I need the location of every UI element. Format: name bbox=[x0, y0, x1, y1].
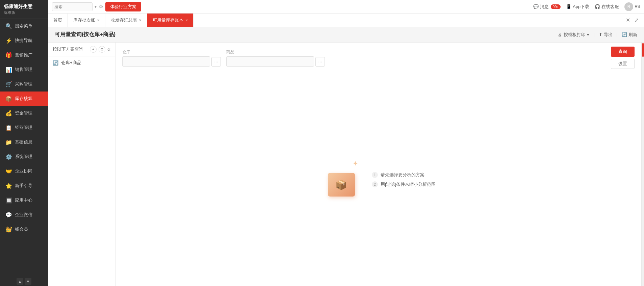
sidebar-item-label: 采购管理 bbox=[15, 81, 32, 87]
sidebar-item-marketing[interactable]: 🎁 营销推广 bbox=[0, 48, 48, 62]
chevron-down-icon[interactable]: ▾ bbox=[95, 4, 97, 9]
sidebar-item-corp[interactable]: 🤝 企业协同 bbox=[0, 164, 48, 179]
print-button[interactable]: 🖨 按模板打印 ▾ bbox=[558, 32, 589, 38]
sidebar-item-sales[interactable]: 📊 销售管理 bbox=[0, 62, 48, 77]
print-icon: 🖨 bbox=[558, 32, 562, 37]
sidebar-menu: 🔍 搜索菜单 ⚡ 快捷导航 🎁 营销推广 📊 销售管理 🛒 采购管理 📦 库存核… bbox=[0, 19, 48, 277]
goods-input[interactable] bbox=[226, 56, 314, 67]
sidebar-item-basic[interactable]: 📁 基础信息 bbox=[0, 135, 48, 150]
message-button[interactable]: 💬 消息 99+ bbox=[533, 4, 561, 10]
filter-header-actions: + ⚙ « bbox=[90, 46, 110, 53]
sidebar-item-member[interactable]: 👑 畅会员 bbox=[0, 222, 48, 237]
divider1: | bbox=[593, 32, 594, 37]
export-button[interactable]: ⬆ 导出 bbox=[599, 32, 613, 38]
basic-icon: 📁 bbox=[5, 139, 12, 146]
warehouse-label: 仓库 bbox=[122, 49, 221, 55]
sidebar-item-newbie[interactable]: 🌟 新手引导 bbox=[0, 179, 48, 193]
headset-icon: 🎧 bbox=[595, 4, 600, 9]
filter-item-label: 仓库+商品 bbox=[61, 60, 81, 66]
sidebar-item-finance[interactable]: 💰 资金管理 bbox=[0, 106, 48, 121]
sidebar-item-label: 快捷导航 bbox=[15, 37, 32, 44]
sidebar-item-operations[interactable]: 📋 经营管理 bbox=[0, 121, 48, 135]
online-service-button[interactable]: 🎧 在线客服 bbox=[595, 4, 619, 10]
filter-header-label: 按以下方案查询 bbox=[53, 46, 83, 52]
page-header-actions: 🖨 按模板打印 ▾ | ⬆ 导出 | 🔄 刷新 bbox=[558, 32, 637, 38]
sidebar-item-search[interactable]: 🔍 搜索菜单 bbox=[0, 19, 48, 33]
scroll-down-button[interactable]: ▼ bbox=[25, 278, 31, 285]
hint-num-2: 2 bbox=[372, 181, 378, 187]
page-title: 可用量查询(按仓库+商品) bbox=[55, 31, 115, 38]
sidebar-item-appstore[interactable]: 🔲 应用中心 bbox=[0, 193, 48, 208]
sidebar-scroll-controls: ▲ ▼ bbox=[0, 277, 48, 286]
app-title: 畅康通好生意 bbox=[4, 3, 44, 10]
tab-available-ledger[interactable]: 可用量库存账本 × bbox=[147, 14, 194, 27]
sidebar: 畅康通好生意 标准版 🔍 搜索菜单 ⚡ 快捷导航 🎁 营销推广 📊 销售管理 🛒… bbox=[0, 0, 48, 286]
filter-collapse-button[interactable]: « bbox=[107, 46, 110, 52]
filter-settings-button[interactable]: ⚙ bbox=[99, 46, 105, 53]
search-input[interactable] bbox=[52, 2, 93, 11]
tab-maximize-button[interactable]: ⤢ bbox=[633, 16, 640, 25]
finance-icon: 💰 bbox=[5, 110, 12, 116]
marketing-icon: 🎁 bbox=[5, 52, 12, 58]
trial-button[interactable]: 体验行业方案 bbox=[105, 2, 141, 11]
tab-available-ledger-close[interactable]: × bbox=[185, 18, 188, 22]
hint-text-1: 请先选择要分析的方案 bbox=[381, 172, 424, 178]
scroll-up-button[interactable]: ▲ bbox=[17, 278, 23, 285]
app-subtitle: 标准版 bbox=[4, 10, 44, 15]
sidebar-item-system[interactable]: ⚙️ 系统管理 bbox=[0, 150, 48, 164]
warehouse-more-button[interactable]: ··· bbox=[211, 57, 221, 67]
goods-more-button[interactable]: ··· bbox=[315, 57, 325, 67]
sidebar-item-label: 经营管理 bbox=[15, 125, 32, 131]
filter-panel: 按以下方案查询 + ⚙ « 🔄 仓库+商品 bbox=[48, 43, 115, 286]
box-face-icon: 📦 bbox=[335, 179, 347, 190]
sidebar-item-purchase[interactable]: 🛒 采购管理 bbox=[0, 77, 48, 92]
filter-item-warehouse-goods[interactable]: 🔄 仓库+商品 bbox=[48, 56, 115, 69]
sidebar-item-label: 企业协同 bbox=[15, 168, 32, 174]
hint-item-1: 1 请先选择要分析的方案 bbox=[372, 172, 436, 178]
query-fields-row: 仓库 ··· 商品 ··· 查询 设置 bbox=[115, 43, 641, 73]
tab-batch-accounts[interactable]: 库存批次账 × bbox=[68, 14, 105, 27]
refresh-button[interactable]: 🔄 刷新 bbox=[622, 32, 637, 38]
tab-home-label: 首页 bbox=[53, 17, 62, 23]
operations-icon: 📋 bbox=[5, 125, 12, 131]
query-settings-button[interactable]: 设置 bbox=[611, 59, 635, 69]
tab-receive-summary-close[interactable]: × bbox=[139, 18, 141, 22]
empty-state: ✦ 📦 1 请先选择要分析的方案 2 用[过滤]条件来缩小分析 bbox=[115, 73, 641, 286]
sidebar-item-label: 新手引导 bbox=[15, 183, 32, 189]
tab-close-button[interactable]: ✕ bbox=[624, 16, 632, 25]
tab-batch-accounts-close[interactable]: × bbox=[97, 18, 100, 22]
tab-home[interactable]: 首页 bbox=[48, 14, 68, 27]
tab-bar: 首页 库存批次账 × 收发存汇总表 × 可用量库存账本 × ✕ ⤢ bbox=[48, 14, 644, 27]
empty-state-content: ✦ 📦 1 请先选择要分析的方案 2 用[过滤]条件来缩小分析 bbox=[321, 159, 436, 200]
purchase-icon: 🛒 bbox=[5, 81, 12, 87]
filter-add-button[interactable]: + bbox=[90, 46, 97, 53]
sidebar-item-label: 基础信息 bbox=[15, 139, 32, 145]
query-area: 仓库 ··· 商品 ··· 查询 设置 bbox=[115, 43, 641, 286]
right-scrollbar[interactable] bbox=[641, 43, 644, 286]
inventory-icon: 📦 bbox=[5, 96, 12, 102]
print-label: 按模板打印 bbox=[564, 32, 586, 38]
empty-hints: 1 请先选择要分析的方案 2 用[过滤]条件来缩小分析范围 bbox=[372, 172, 436, 187]
warehouse-input[interactable] bbox=[122, 56, 210, 67]
sidebar-item-inventory[interactable]: 📦 库存核算 bbox=[0, 92, 48, 106]
query-button[interactable]: 查询 bbox=[611, 47, 635, 57]
sales-icon: 📊 bbox=[5, 67, 12, 73]
sidebar-item-corpwechat[interactable]: 💬 企业微信 bbox=[0, 208, 48, 222]
tab-available-ledger-label: 可用量库存账本 bbox=[153, 17, 183, 23]
export-label: 导出 bbox=[604, 32, 613, 38]
settings-icon[interactable]: ⚙ bbox=[99, 3, 103, 10]
top-bar: ▾ ⚙ 体验行业方案 💬 消息 99+ 📱 App下载 🎧 在线客服 R Rit bbox=[48, 0, 644, 14]
message-badge: 99+ bbox=[551, 4, 561, 9]
main-area: ▾ ⚙ 体验行业方案 💬 消息 99+ 📱 App下载 🎧 在线客服 R Rit bbox=[48, 0, 644, 286]
tab-receive-summary-label: 收发存汇总表 bbox=[111, 17, 137, 23]
app-download-button[interactable]: 📱 App下载 bbox=[566, 4, 589, 10]
user-profile[interactable]: R Rit bbox=[624, 2, 640, 11]
app-logo: 畅康通好生意 标准版 bbox=[0, 0, 48, 19]
appstore-icon: 🔲 bbox=[5, 197, 12, 204]
tab-batch-accounts-label: 库存批次账 bbox=[73, 17, 95, 23]
sidebar-item-shortcut[interactable]: ⚡ 快捷导航 bbox=[0, 33, 48, 48]
tab-receive-summary[interactable]: 收发存汇总表 × bbox=[105, 14, 147, 27]
content-area: 按以下方案查询 + ⚙ « 🔄 仓库+商品 仓库 ··· bbox=[48, 43, 644, 286]
scrollbar-handle[interactable] bbox=[642, 43, 644, 57]
shortcut-icon: ⚡ bbox=[5, 37, 12, 44]
